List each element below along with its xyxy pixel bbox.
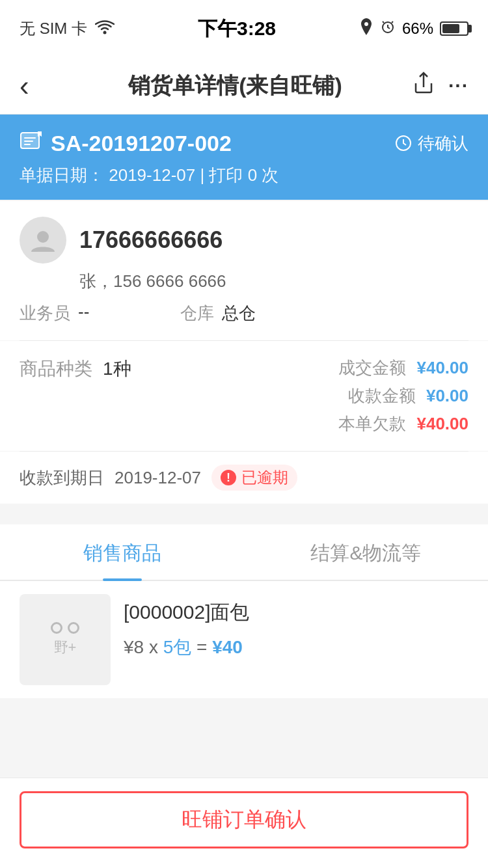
customer-name: 张，156 6666 6666 — [79, 270, 468, 293]
received-label: 收款金额 — [348, 385, 416, 407]
due-date-section: 收款到期日 2019-12-07 ! 已逾期 — [0, 452, 488, 504]
amount-summary: 成交金额 ¥40.00 收款金额 ¥0.00 本单欠款 ¥40.00 — [338, 357, 468, 435]
product-type-value: 1种 — [103, 357, 131, 381]
product-image: 野+ — [20, 594, 111, 685]
received-value: ¥0.00 — [426, 386, 468, 406]
no-sim-label: 无 SIM 卡 — [20, 18, 87, 39]
debt-value: ¥40.00 — [416, 414, 468, 434]
product-type: 商品种类 1种 — [20, 357, 131, 381]
more-button[interactable]: ··· — [448, 75, 468, 97]
order-date: 单据日期： 2019-12-07 | 打印 0 次 — [20, 164, 468, 187]
debt-label: 本单欠款 — [338, 413, 406, 435]
page-title: 销货单详情(来自旺铺) — [59, 71, 412, 101]
transaction-value: ¥40.00 — [416, 358, 468, 378]
due-date-value: 2019-12-07 — [115, 468, 201, 488]
owl-eye-left — [51, 622, 62, 634]
svg-point-4 — [37, 231, 49, 243]
overdue-badge: ! 已逾期 — [211, 465, 297, 491]
received-row: 收款金额 ¥0.00 — [348, 385, 468, 407]
warehouse-label: 仓库 — [180, 302, 214, 325]
confirm-order-button[interactable]: 旺铺订单确认 — [20, 791, 468, 848]
order-header: SA-20191207-002 待确认 单据日期： 2019-12-07 | 打… — [0, 115, 488, 200]
section-divider — [0, 504, 488, 514]
product-price: ¥8 — [124, 637, 144, 657]
debt-row: 本单欠款 ¥40.00 — [338, 413, 468, 435]
due-date-label: 收款到期日 — [20, 467, 104, 489]
status-bar: 无 SIM 卡 下午3:28 66% — [0, 0, 488, 57]
multiply-symbol: x — [149, 637, 158, 657]
product-item: 野+ [0000002]面包 ¥8 x 5包 = ¥40 — [20, 594, 468, 685]
status-time: 下午3:28 — [198, 16, 276, 42]
product-name: [0000002]面包 — [124, 599, 468, 626]
customer-meta: 业务员 -- 仓库 总仓 — [20, 302, 468, 325]
customer-row: 17666666666 — [20, 217, 468, 264]
equals-symbol: = — [197, 637, 207, 657]
wifi-icon — [95, 19, 115, 39]
battery-icon — [440, 21, 468, 36]
summary-section: 商品种类 1种 成交金额 ¥40.00 收款金额 ¥0.00 本单欠款 ¥40.… — [0, 341, 488, 451]
transaction-row: 成交金额 ¥40.00 — [338, 357, 468, 379]
status-left: 无 SIM 卡 — [20, 18, 115, 39]
product-total: ¥40 — [212, 637, 243, 657]
salesperson-item: 业务员 -- — [20, 302, 89, 325]
salesperson-value: -- — [78, 302, 89, 325]
product-price-row: ¥8 x 5包 = ¥40 — [124, 635, 468, 660]
share-button[interactable] — [412, 72, 435, 100]
transaction-label: 成交金额 — [338, 357, 406, 379]
summary-row: 商品种类 1种 成交金额 ¥40.00 收款金额 ¥0.00 本单欠款 ¥40.… — [20, 357, 468, 435]
order-icon — [20, 130, 43, 156]
customer-section: 17666666666 张，156 6666 6666 业务员 -- 仓库 总仓 — [0, 201, 488, 340]
back-button[interactable]: ‹ — [20, 70, 59, 102]
svg-point-0 — [103, 31, 107, 34]
product-section: 野+ [0000002]面包 ¥8 x 5包 = ¥40 — [0, 581, 488, 698]
status-right: 66% — [359, 18, 468, 39]
product-type-label: 商品种类 — [20, 357, 92, 381]
nav-actions: ··· — [412, 72, 468, 100]
alert-icon: ! — [221, 470, 236, 485]
tabs-section: 销售商品 结算&物流等 — [0, 524, 488, 581]
order-id: SA-20191207-002 — [20, 130, 232, 156]
tabs-row: 销售商品 结算&物流等 — [0, 524, 488, 581]
tab-settlement[interactable]: 结算&物流等 — [244, 524, 488, 580]
product-quantity: 5包 — [163, 637, 192, 657]
battery-percentage: 66% — [402, 20, 433, 38]
warehouse-item: 仓库 总仓 — [180, 302, 256, 325]
order-status: 待确认 — [394, 132, 468, 155]
customer-phone: 17666666666 — [79, 226, 223, 254]
owl-plus: 野+ — [54, 638, 77, 657]
nav-bar: ‹ 销货单详情(来自旺铺) ··· — [0, 57, 488, 115]
bottom-bar: 旺铺订单确认 — [0, 778, 488, 868]
product-info: [0000002]面包 ¥8 x 5包 = ¥40 — [124, 594, 468, 660]
location-icon — [359, 18, 373, 39]
owl-eye-right — [68, 622, 79, 634]
avatar — [20, 217, 66, 264]
warehouse-value: 总仓 — [222, 302, 256, 325]
salesperson-label: 业务员 — [20, 302, 70, 325]
alarm-icon — [380, 19, 396, 38]
tab-sales[interactable]: 销售商品 — [0, 524, 244, 580]
overdue-text: 已逾期 — [241, 467, 288, 488]
